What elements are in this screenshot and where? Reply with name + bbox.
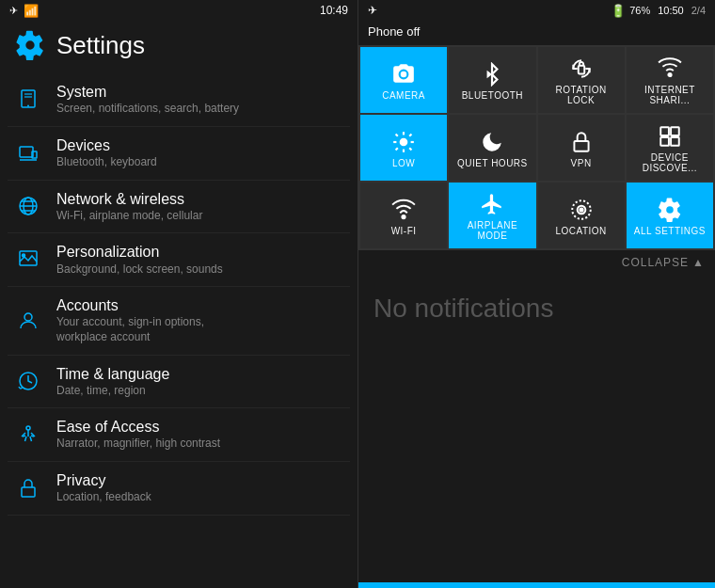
qa-location-label: LOCATION [555, 226, 606, 236]
collapse-label: COLLAPSE [622, 256, 689, 269]
svg-rect-0 [22, 90, 35, 107]
qa-bluetooth-label: BLUETOOTH [462, 90, 523, 101]
devices-item-text: Devices Bluetooth, keyboard [56, 136, 157, 170]
qa-device-discovery[interactable]: DEVICE DISCOVE... [627, 115, 713, 181]
action-center-panel: ✈ 🔋 76% 10:50 2/4 Phone off CAMERA [358, 0, 715, 588]
network-subtitle: Wi-Fi, airplane mode, cellular [56, 209, 202, 224]
airplane-icon: ✈ [9, 5, 18, 17]
qa-vpn[interactable]: VPN [538, 115, 625, 181]
qa-vpn-label: VPN [571, 158, 592, 168]
accounts-title: Accounts [56, 296, 204, 314]
network-title: Network & wireless [56, 190, 202, 208]
system-icon [15, 87, 41, 113]
phone-off-text: Phone off [368, 24, 420, 39]
svg-point-20 [668, 73, 671, 76]
settings-item-ease[interactable]: Ease of Access Narrator, magnifier, high… [8, 408, 350, 462]
personalization-title: Personalization [56, 243, 223, 261]
system-title: System [56, 83, 239, 101]
battery-icon: 🔋 [611, 4, 626, 18]
svg-point-14 [24, 313, 32, 321]
settings-list: System Screen, notifications, search, ba… [0, 73, 358, 588]
devices-subtitle: Bluetooth, keyboard [56, 155, 157, 170]
personalization-icon [15, 246, 41, 273]
svg-point-18 [401, 71, 407, 77]
svg-rect-19 [578, 66, 584, 74]
collapse-bar[interactable]: COLLAPSE ▲ [358, 250, 715, 275]
qa-all-settings[interactable]: ALL SETTINGS [627, 183, 713, 248]
battery-percent: 76% [629, 5, 650, 16]
qa-airplane-mode[interactable]: AIRPLANE MODE [449, 183, 535, 248]
devices-icon [15, 140, 41, 167]
system-item-text: System Screen, notifications, search, ba… [56, 83, 239, 117]
svg-point-13 [23, 254, 25, 257]
svg-rect-17 [22, 487, 35, 497]
qa-camera-label: CAMERA [382, 90, 425, 101]
settings-gear-icon [15, 30, 45, 60]
right-status-bar: ✈ 🔋 76% 10:50 2/4 [358, 0, 715, 21]
right-time: 10:50 [658, 5, 684, 16]
svg-rect-32 [671, 127, 679, 135]
qa-all-settings-label: ALL SETTINGS [634, 226, 706, 236]
svg-point-21 [400, 137, 408, 146]
devices-title: Devices [56, 136, 157, 154]
qa-camera[interactable]: CAMERA [360, 47, 447, 113]
svg-rect-4 [20, 147, 33, 157]
network-item-text: Network & wireless Wi-Fi, airplane mode,… [56, 190, 202, 224]
qa-location[interactable]: LOCATION [538, 183, 625, 248]
qa-quiet-hours[interactable]: QUIET HOURS [449, 115, 535, 181]
ease-icon [15, 421, 41, 448]
accounts-icon [15, 308, 41, 334]
ease-title: Ease of Access [56, 418, 220, 436]
qa-airplane-label: AIRPLANE MODE [453, 220, 532, 241]
settings-item-devices[interactable]: Devices Bluetooth, keyboard [8, 127, 350, 181]
time-icon [15, 368, 41, 394]
privacy-title: Privacy [56, 471, 151, 489]
svg-line-29 [409, 134, 411, 135]
settings-header: Settings [0, 21, 358, 73]
qa-bluetooth[interactable]: BLUETOOTH [449, 47, 535, 113]
svg-point-35 [403, 215, 405, 217]
svg-line-28 [396, 148, 398, 150]
qa-low-label: LOW [392, 158, 415, 168]
settings-item-accounts[interactable]: Accounts Your account, sign-in options,w… [8, 287, 350, 355]
accounts-subtitle: Your account, sign-in options,workplace … [56, 315, 204, 344]
battery-fraction: 2/4 [691, 5, 706, 16]
right-status-right: 🔋 76% 10:50 2/4 [611, 4, 706, 18]
left-time: 10:49 [320, 4, 348, 17]
ease-subtitle: Narrator, magnifier, high contrast [56, 437, 220, 452]
collapse-arrow-icon: ▲ [692, 256, 704, 269]
qa-internet-sharing[interactable]: INTERNET SHARI... [627, 47, 713, 113]
ease-item-text: Ease of Access Narrator, magnifier, high… [56, 418, 220, 452]
no-notifications-text: No notifications [373, 294, 553, 324]
settings-item-system[interactable]: System Screen, notifications, search, ba… [8, 73, 350, 127]
qa-low[interactable]: LOW [360, 115, 447, 181]
qa-device-label: DEVICE DISCOVE... [630, 152, 709, 173]
time-subtitle: Date, time, region [56, 384, 169, 399]
privacy-subtitle: Location, feedback [56, 490, 151, 505]
wifi-signal-icon: 📶 [24, 4, 39, 18]
settings-item-privacy[interactable]: Privacy Location, feedback [8, 462, 350, 516]
svg-rect-33 [660, 137, 669, 146]
settings-item-time[interactable]: Time & language Date, time, region [8, 356, 350, 409]
settings-item-personalization[interactable]: Personalization Background, lock screen,… [8, 233, 350, 287]
settings-panel: ✈ 📶 10:49 Settings System [0, 0, 358, 588]
qa-wifi[interactable]: WI-FI [360, 183, 447, 248]
svg-rect-30 [574, 140, 588, 151]
network-icon [15, 193, 41, 219]
svg-point-16 [26, 426, 30, 430]
svg-line-24 [396, 134, 398, 135]
time-title: Time & language [56, 365, 169, 383]
notifications-area: No notifications [358, 275, 715, 582]
phone-off-bar: Phone off [358, 21, 715, 45]
qa-quiet-label: QUIET HOURS [457, 158, 528, 168]
left-status-icons: ✈ 📶 [9, 4, 39, 18]
settings-item-network[interactable]: Network & wireless Wi-Fi, airplane mode,… [8, 181, 350, 234]
qa-rotation-label: ROTATION LOCK [542, 85, 621, 105]
qa-rotation-lock[interactable]: ROTATION LOCK [538, 47, 625, 113]
svg-rect-6 [32, 151, 37, 158]
svg-line-25 [409, 148, 411, 150]
right-status-left: ✈ [368, 4, 377, 17]
svg-rect-31 [660, 127, 669, 135]
qa-wifi-label: WI-FI [391, 226, 417, 236]
bottom-bar [358, 582, 715, 588]
